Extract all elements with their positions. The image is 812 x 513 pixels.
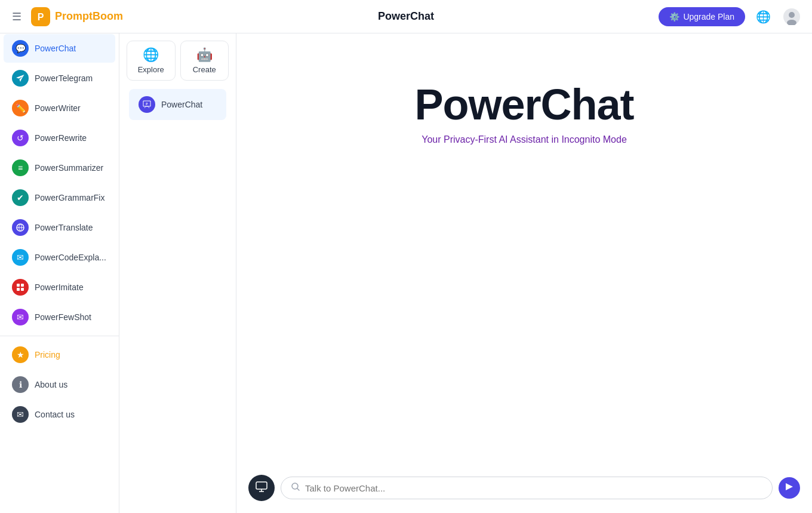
panel-powerchat-icon: P [139,96,155,113]
sidebar-item-powersummarizer[interactable]: ≡ PowerSummarizer [4,153,115,182]
sidebar-item-pricing[interactable]: ★ Pricing [4,340,115,369]
sidebar-item-powercodeexplainer[interactable]: ✉ PowerCodeExpla... [4,243,115,272]
header-title: PowerChat [378,10,434,23]
svg-text:P: P [38,12,44,22]
upgrade-plan-button[interactable]: ⚙️ Upgrade Plan [659,7,745,26]
main-content: PowerChat Your Privacy-First AI Assistan… [236,33,812,513]
sidebar-item-powerwriter[interactable]: ✏️ PowerWriter [4,94,115,122]
svg-rect-7 [21,284,24,287]
powerwriter-icon: ✏️ [12,100,29,116]
app-header: ☰ P PromptBoom PowerChat ⚙️ Upgrade Plan… [0,0,812,33]
svg-rect-9 [21,288,24,291]
explore-tab-icon: 🌐 [143,47,159,63]
powerrewrite-icon: ↺ [12,130,29,146]
header-left: ☰ P PromptBoom [10,7,123,26]
content-area: PowerChat Your Privacy-First AI Assistan… [236,33,812,465]
page-subtitle: Your Privacy-First AI Assistant in Incog… [422,134,627,145]
sidebar-item-powertranslate[interactable]: PowerTranslate [4,213,115,242]
search-icon [291,482,300,494]
language-button[interactable]: 🌐 [752,6,774,27]
svg-rect-6 [17,284,20,287]
sidebar: 💬 PowerChat PowerTelegram ✏️ PowerWriter… [0,33,119,513]
monitor-icon [256,481,267,496]
sidebar-item-powertelegram[interactable]: PowerTelegram [4,64,115,93]
sidebar-divider [0,336,119,336]
sidebar-item-powergrammarfix[interactable]: ✔ PowerGrammarFix [4,183,115,212]
chat-input-wrapper [281,477,773,499]
svg-text:P: P [146,102,148,106]
user-icon [783,8,800,25]
hamburger-icon: ☰ [12,11,21,23]
chat-mode-button[interactable] [248,475,275,501]
upgrade-gear-icon: ⚙️ [669,12,679,21]
sidebar-item-powerchat[interactable]: 💬 PowerChat [4,34,115,63]
powerchat-icon: 💬 [12,40,29,57]
send-button[interactable] [779,477,800,499]
powerfewshot-icon: ✉ [12,309,29,325]
sidebar-item-contactus[interactable]: ✉ Contact us [4,400,115,429]
powertranslate-icon [12,219,29,236]
user-account-button[interactable] [781,6,802,27]
send-icon [785,482,794,494]
tab-explore[interactable]: 🌐 Explore [127,41,176,81]
powersummarizer-icon: ≡ [12,159,29,176]
powerimitate-icon [12,279,29,296]
header-right: ⚙️ Upgrade Plan 🌐 [659,6,802,27]
hamburger-button[interactable]: ☰ [10,8,24,26]
svg-point-3 [789,12,795,18]
main-layout: 💬 PowerChat PowerTelegram ✏️ PowerWriter… [0,33,812,513]
sidebar-item-powerrewrite[interactable]: ↺ PowerRewrite [4,124,115,152]
logo-icon: P [31,7,50,26]
second-panel: 🌐 Explore 🤖 Create P PowerChat [119,33,236,513]
logo-text: PromptBoom [55,10,123,23]
sidebar-item-aboutus[interactable]: ℹ About us [4,370,115,399]
powercodeexplainer-icon: ✉ [12,249,29,266]
globe-icon: 🌐 [756,10,771,24]
contactus-icon: ✉ [12,406,29,423]
chat-text-input[interactable] [305,483,762,493]
powergrammarfix-icon: ✔ [12,189,29,206]
bottom-input-bar [236,465,812,513]
page-title: PowerChat [414,81,633,128]
sidebar-item-powerfewshot[interactable]: ✉ PowerFewShot [4,303,115,331]
panel-item-powerchat[interactable]: P PowerChat [129,89,226,120]
svg-rect-11 [256,482,267,489]
tab-create[interactable]: 🤖 Create [180,41,229,81]
aboutus-icon: ℹ [12,376,29,393]
sidebar-item-powerimitate[interactable]: PowerImitate [4,273,115,302]
logo-area: P PromptBoom [31,7,123,26]
create-tab-icon: 🤖 [196,47,213,63]
powertelegram-icon [12,70,29,87]
panel-tabs: 🌐 Explore 🤖 Create [119,33,236,81]
pricing-icon: ★ [12,346,29,363]
svg-rect-8 [17,288,20,291]
